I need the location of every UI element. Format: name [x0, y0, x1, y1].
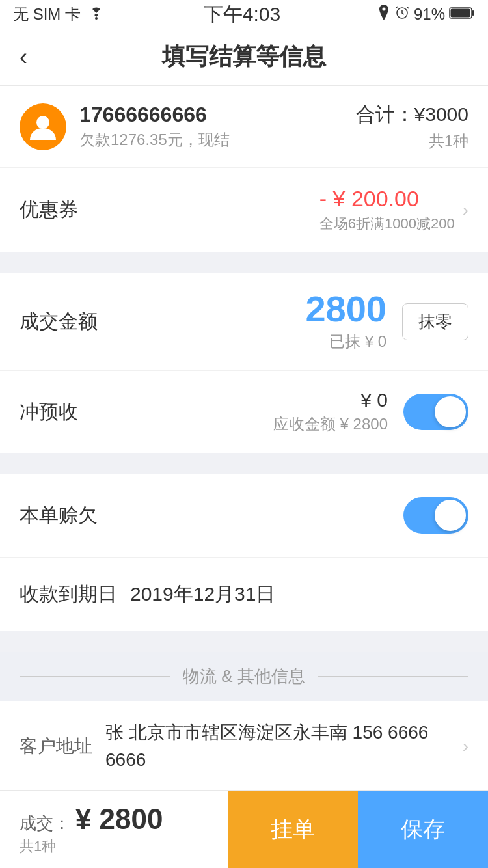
battery-percent: 91%	[414, 5, 445, 23]
address-value: 张 北京市市辖区海淀区永丰南 156 6666 6666	[105, 719, 463, 774]
debit-card: 本单赊欠 收款到期日 2019年12月31日	[0, 474, 488, 631]
customer-info: 17666666666 欠款1276.35元，现结	[79, 103, 230, 150]
due-date-value: 2019年12月31日	[130, 581, 275, 608]
divider-3	[0, 642, 488, 652]
coupon-row[interactable]: 优惠券 - ¥ 200.00 全场6折满1000减200 ›	[0, 167, 488, 252]
svg-rect-3	[472, 10, 474, 16]
bottom-bar: 成交： ¥ 2800 共1种 挂单 保存	[0, 790, 488, 868]
status-right: 91%	[377, 5, 475, 24]
pending-button[interactable]: 挂单	[228, 791, 358, 868]
coupon-detail: 全场6折满1000减200	[319, 214, 455, 234]
customer-row: 17666666666 欠款1276.35元，现结 合计：¥3000 共1种	[0, 86, 488, 167]
amount-label: 成交金额	[20, 308, 98, 335]
avatar	[20, 103, 66, 150]
amount-sub: 已抹 ¥ 0	[305, 331, 386, 352]
bottom-deal-count: 共1种	[20, 837, 208, 856]
amount-value: 2800	[305, 291, 386, 327]
no-sim-text: 无 SIM 卡	[13, 4, 81, 25]
total-count: 共1种	[356, 131, 468, 152]
bottom-deal-amount: ¥ 2800	[75, 803, 163, 835]
address-card: 客户地址 张 北京市市辖区海淀区永丰南 156 6666 6666 ›	[0, 701, 488, 792]
separator-row: 物流 & 其他信息	[0, 652, 488, 701]
divider-2	[0, 463, 488, 474]
status-bar: 无 SIM 卡 下午4:03 91%	[0, 0, 488, 29]
round-button[interactable]: 抹零	[402, 303, 468, 340]
alarm-icon	[394, 5, 410, 24]
pre-value-wrap: ¥ 0 应收金额 ¥ 2800	[273, 389, 388, 435]
svg-point-5	[36, 116, 49, 129]
bottom-deal-label-row: 成交： ¥ 2800	[20, 803, 208, 835]
customer-left: 17666666666 欠款1276.35元，现结	[20, 103, 230, 150]
svg-point-0	[95, 17, 98, 20]
nav-bar: ‹ 填写结算等信息	[0, 29, 488, 86]
location-icon	[377, 5, 390, 24]
address-label: 客户地址	[20, 734, 92, 759]
coupon-right: - ¥ 200.00 全场6折满1000减200 ›	[319, 186, 468, 234]
amount-value-wrap: 2800 已抹 ¥ 0	[305, 291, 386, 352]
customer-right: 合计：¥3000 共1种	[356, 102, 468, 152]
due-date-label: 收款到期日	[20, 581, 117, 608]
amount-right: 2800 已抹 ¥ 0 抹零	[305, 291, 468, 352]
debit-row: 本单赊欠	[0, 474, 488, 557]
status-time: 下午4:03	[204, 1, 280, 28]
bottom-summary: 成交： ¥ 2800 共1种	[0, 803, 228, 856]
save-button[interactable]: 保存	[358, 791, 488, 868]
battery-icon	[449, 5, 475, 23]
divider-1	[0, 262, 488, 273]
svg-rect-4	[450, 9, 470, 18]
customer-card: 17666666666 欠款1276.35元，现结 合计：¥3000 共1种 优…	[0, 86, 488, 252]
separator-line-right	[318, 676, 468, 677]
customer-phone: 17666666666	[79, 103, 230, 127]
bottom-actions: 挂单 保存	[228, 791, 488, 868]
separator-text: 物流 & 其他信息	[183, 665, 305, 688]
wifi-icon	[86, 5, 107, 23]
address-row[interactable]: 客户地址 张 北京市市辖区海淀区永丰南 156 6666 6666 ›	[0, 701, 488, 792]
amount-card: 成交金额 2800 已抹 ¥ 0 抹零 冲预收 ¥ 0 应收金额 ¥ 2800	[0, 273, 488, 453]
content: 17666666666 欠款1276.35元，现结 合计：¥3000 共1种 优…	[0, 86, 488, 868]
pre-sub: 应收金额 ¥ 2800	[273, 414, 388, 435]
status-left: 无 SIM 卡	[13, 4, 107, 25]
amount-row: 成交金额 2800 已抹 ¥ 0 抹零	[0, 273, 488, 370]
bottom-deal-label: 成交：	[20, 813, 70, 833]
pre-receive-row: 冲预收 ¥ 0 应收金额 ¥ 2800	[0, 370, 488, 453]
debit-label: 本单赊欠	[20, 502, 98, 529]
due-date-row: 收款到期日 2019年12月31日	[0, 557, 488, 631]
pre-receive-toggle[interactable]	[403, 394, 468, 430]
address-chevron-icon: ›	[463, 736, 468, 757]
customer-sub: 欠款1276.35元，现结	[79, 129, 230, 150]
nav-title: 填写结算等信息	[162, 41, 326, 73]
separator-line-left	[20, 676, 170, 677]
pre-right: ¥ 0 应收金额 ¥ 2800	[273, 389, 468, 435]
pre-value: ¥ 0	[273, 389, 388, 411]
back-button[interactable]: ‹	[20, 44, 27, 71]
chevron-right-icon: ›	[463, 200, 468, 221]
coupon-discount: - ¥ 200.00	[319, 186, 455, 211]
coupon-label: 优惠券	[20, 197, 78, 223]
pre-receive-label: 冲预收	[20, 399, 78, 426]
debit-toggle[interactable]	[403, 497, 468, 534]
total-amount: 合计：¥3000	[356, 102, 468, 128]
